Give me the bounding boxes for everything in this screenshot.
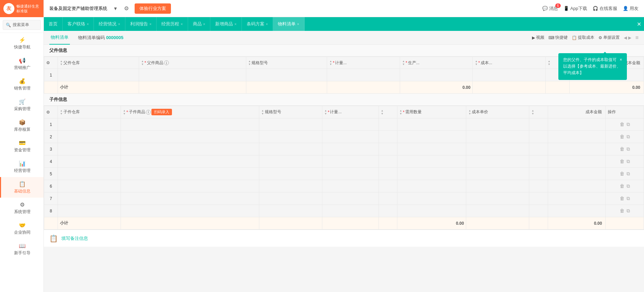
child-cell-unit-cost-4[interactable] (466, 168, 529, 180)
parent-cell-warehouse[interactable] (58, 69, 139, 81)
subnav-item-material-list[interactable]: 物料清单 (49, 31, 70, 45)
parent-col-settings[interactable]: ⚙ (44, 57, 58, 69)
child-cell-product-5[interactable] (121, 180, 259, 192)
child-cell-qty-7[interactable] (397, 205, 466, 217)
copy-icon-3[interactable]: ⧉ (627, 159, 630, 164)
sidebar-item-8[interactable]: ⚙系统管理 (0, 198, 44, 218)
child-cell-product-4[interactable] (121, 168, 259, 180)
child-cell-warehouse-0[interactable] (58, 118, 121, 131)
search-menu-button[interactable]: 🔍 搜索菜单 (3, 20, 41, 30)
copy-icon-7[interactable]: ⧉ (627, 208, 630, 214)
prev-arrow[interactable]: ◀ (624, 35, 627, 40)
tab-close-4[interactable]: × (181, 22, 183, 26)
child-cell-warehouse-5[interactable] (58, 180, 121, 192)
child-cell-unit-1[interactable] (322, 131, 379, 143)
delete-icon-6[interactable]: 🗑 (620, 196, 624, 201)
shortcut-button[interactable]: ⌨ 快捷键 (548, 35, 568, 40)
sidebar-item-3[interactable]: 🛒采购管理 (0, 95, 44, 115)
child-cell-spec-1[interactable] (259, 131, 322, 143)
next-arrow[interactable]: ▶ (628, 35, 631, 40)
sidebar-item-5[interactable]: 💳资金管理 (0, 136, 44, 156)
child-cell-warehouse-2[interactable] (58, 143, 121, 155)
child-cell-extra-0[interactable] (379, 118, 397, 131)
child-cell-qty-2[interactable] (397, 143, 466, 155)
child-cell-spec-7[interactable] (259, 205, 322, 217)
child-cell-product-6[interactable] (121, 192, 259, 205)
extract-cost-button[interactable]: 📋 提取成本 (572, 35, 594, 40)
child-cell-product-2[interactable] (121, 143, 259, 155)
delete-icon-7[interactable]: 🗑 (620, 208, 624, 214)
child-cell-warehouse-3[interactable] (58, 155, 121, 168)
child-cell-qty-6[interactable] (397, 192, 466, 205)
child-cell-extra-3[interactable] (379, 155, 397, 168)
sidebar-item-4[interactable]: 📦库存核算 (0, 115, 44, 136)
child-cell-unit-cost-6[interactable] (466, 192, 529, 205)
sidebar-item-9[interactable]: 🤝企业协同 (0, 218, 44, 239)
delete-icon-5[interactable]: 🗑 (620, 183, 624, 189)
parent-cell-unit[interactable] (327, 69, 400, 81)
child-cell-extra-2[interactable] (379, 143, 397, 155)
child-cell-spec-2[interactable] (259, 143, 322, 155)
tab-item-8[interactable]: 物料清单× (273, 17, 304, 31)
app-download-button[interactable]: 📱 App下载 (564, 5, 587, 12)
child-cell-product-7[interactable] (121, 205, 259, 217)
copy-icon-5[interactable]: ⧉ (627, 183, 630, 189)
child-cell-spec-5[interactable] (259, 180, 322, 192)
tab-item-1[interactable]: 客户联络× (63, 17, 94, 31)
child-cell-unit-3[interactable] (322, 155, 379, 168)
child-cell-spec-0[interactable] (259, 118, 322, 131)
child-cell-extra2-1[interactable] (529, 131, 548, 143)
user-menu[interactable]: 👤 用友 (623, 5, 639, 12)
sidebar-item-0[interactable]: ⚡快捷导航 (0, 33, 44, 54)
online-service-button[interactable]: 🎧 在线客服 (593, 5, 617, 12)
child-cell-qty-3[interactable] (397, 155, 466, 168)
parent-cell-cost[interactable] (473, 69, 545, 81)
child-cell-unit-2[interactable] (322, 143, 379, 155)
tab-item-6[interactable]: 新增商品× (210, 17, 242, 31)
copy-icon-2[interactable]: ⧉ (627, 146, 630, 152)
child-cell-extra2-5[interactable] (529, 180, 548, 192)
sidebar-item-10[interactable]: 📖新手引导 (0, 239, 44, 259)
child-cell-unit-cost-3[interactable] (466, 155, 529, 168)
child-cell-warehouse-4[interactable] (58, 168, 121, 180)
copy-icon-1[interactable]: ⧉ (627, 134, 630, 140)
tab-item-3[interactable]: 利润报告× (125, 17, 157, 31)
close-all-tabs-button[interactable]: ✕ (637, 21, 641, 27)
sidebar-item-7[interactable]: 📋基础信息 (0, 177, 44, 198)
tooltip-close-button[interactable]: × (620, 57, 622, 63)
copy-icon-6[interactable]: ⧉ (627, 196, 630, 201)
child-cell-unit-5[interactable] (322, 180, 379, 192)
child-cell-unit-cost-7[interactable] (466, 205, 529, 217)
grid-view-icon[interactable]: ≡ (635, 35, 639, 41)
child-cell-extra-1[interactable] (379, 131, 397, 143)
child-cell-unit-7[interactable] (322, 205, 379, 217)
child-cell-qty-4[interactable] (397, 168, 466, 180)
parent-cell-spec[interactable] (246, 69, 327, 81)
child-cell-extra2-4[interactable] (529, 168, 548, 180)
child-cell-unit-cost-0[interactable] (466, 118, 529, 131)
video-button[interactable]: ▶ 视频 (532, 35, 544, 40)
sidebar-item-1[interactable]: 📢营销推广 (0, 54, 44, 74)
child-cell-qty-0[interactable] (397, 118, 466, 131)
child-cell-spec-6[interactable] (259, 192, 322, 205)
sidebar-item-6[interactable]: 📊经营管理 (0, 156, 44, 177)
child-cell-product-3[interactable] (121, 155, 259, 168)
trial-button[interactable]: 体验行业方案 (135, 3, 171, 14)
child-cell-extra-7[interactable] (379, 205, 397, 217)
tab-close-3[interactable]: × (149, 22, 151, 26)
tab-item-7[interactable]: 条码方案× (242, 17, 273, 31)
parent-cell-production[interactable] (400, 69, 472, 81)
tab-close-1[interactable]: × (87, 22, 89, 26)
child-col-settings[interactable]: ⚙ (44, 106, 58, 118)
tab-close-5[interactable]: × (203, 22, 205, 26)
dropdown-icon[interactable]: ▾ (111, 4, 120, 13)
copy-icon-0[interactable]: ⧉ (627, 121, 630, 127)
tab-item-4[interactable]: 经营历程× (157, 17, 188, 31)
delete-icon-3[interactable]: 🗑 (620, 159, 624, 164)
document-settings-button[interactable]: ⚙ 单据设置 (598, 35, 620, 40)
child-cell-extra-6[interactable] (379, 192, 397, 205)
child-cell-extra2-2[interactable] (529, 143, 548, 155)
child-cell-qty-1[interactable] (397, 131, 466, 143)
delete-icon-4[interactable]: 🗑 (620, 171, 624, 177)
child-cell-extra-5[interactable] (379, 180, 397, 192)
